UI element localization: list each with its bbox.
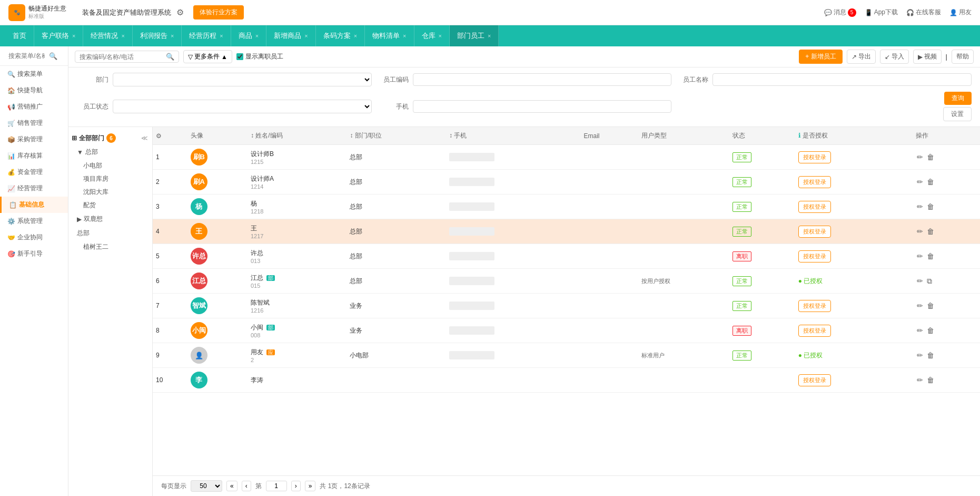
edit-button[interactable]: ✏ xyxy=(916,375,924,385)
nav-tab-product[interactable]: 商品 × xyxy=(231,25,266,46)
show-resigned-checkbox[interactable] xyxy=(236,53,243,60)
sidebar-item-collab[interactable]: 🤝企业协同 xyxy=(0,229,68,246)
app-download-button[interactable]: 📱 App下载 xyxy=(865,8,898,17)
trial-button[interactable]: 体验行业方案 xyxy=(193,5,244,20)
auth-button[interactable]: 授权登录 xyxy=(798,300,831,312)
import-button[interactable]: ↙ 导入 xyxy=(880,50,909,64)
auth-button[interactable]: 授权登录 xyxy=(798,226,831,238)
row-extra xyxy=(896,219,913,244)
delete-button[interactable]: 🗑 xyxy=(926,226,935,237)
next-page-button[interactable]: › xyxy=(291,481,301,491)
auth-button[interactable]: 授权登录 xyxy=(798,151,831,163)
nav-tab-barcode[interactable]: 条码方案 × xyxy=(316,25,365,46)
edit-button[interactable]: ✏ xyxy=(916,325,924,336)
edit-button[interactable]: ✏ xyxy=(916,226,924,237)
export-button[interactable]: ↗ 导出 xyxy=(847,50,876,64)
edit-button[interactable]: ✏ xyxy=(916,177,924,187)
auth-button[interactable]: 授权登录 xyxy=(798,201,831,213)
auth-button[interactable]: 授权登录 xyxy=(798,374,831,386)
add-employee-button[interactable]: + 新增员工 xyxy=(799,50,842,64)
edit-button[interactable]: ✏ xyxy=(916,350,924,361)
first-page-button[interactable]: « xyxy=(226,481,237,491)
nav-tab-bom[interactable]: 物料清单 × xyxy=(365,25,414,46)
copy-button[interactable]: ⧉ xyxy=(926,276,933,287)
sidebar-item-operation[interactable]: 📈经营管理 xyxy=(0,180,68,197)
dept-item-xiaodian[interactable]: 小电部 xyxy=(68,159,152,172)
sidebar-item-inventory[interactable]: 📊库存核算 xyxy=(0,148,68,164)
user-button[interactable]: 👤 用友 xyxy=(949,8,972,17)
sidebar-item-finance[interactable]: 💰资金管理 xyxy=(0,164,68,180)
row-name: 杨1218 xyxy=(248,194,347,219)
nav-tab-warehouse[interactable]: 仓库 × xyxy=(414,25,450,46)
row-usertype xyxy=(638,219,730,244)
edit-button[interactable]: ✏ xyxy=(916,201,924,212)
prev-page-button[interactable]: ‹ xyxy=(242,481,251,491)
sidebar-item-purchase[interactable]: 📦采购管理 xyxy=(0,131,68,148)
dept-collapse-button[interactable]: ≪ xyxy=(141,134,148,142)
nav-tab-profit[interactable]: 利润报告 × xyxy=(133,25,182,46)
avatar: 刷B xyxy=(191,149,207,166)
dept-item-zongbu[interactable]: ▼ 总部 xyxy=(68,145,152,159)
per-page-select[interactable]: 50 xyxy=(191,480,222,492)
query-button[interactable]: 查询 xyxy=(944,92,972,105)
empname-input[interactable] xyxy=(712,73,972,86)
view-button[interactable]: ▶ 视频 xyxy=(913,50,942,64)
edit-button[interactable]: ✏ xyxy=(916,276,924,286)
delete-button[interactable]: 🗑 xyxy=(926,325,935,336)
logo-icon: 🐾 xyxy=(8,4,25,21)
empcode-input[interactable] xyxy=(413,73,672,86)
edit-button[interactable]: ✏ xyxy=(916,251,924,261)
dept-item-zongbu2[interactable]: 总部 xyxy=(68,226,152,240)
sidebar-item-basic[interactable]: 📋基础信息 xyxy=(0,197,68,213)
message-button[interactable]: 💬 消息 5 xyxy=(824,8,856,17)
more-filter-button[interactable]: ▽ 更多条件 ▲ xyxy=(183,50,232,63)
delete-button[interactable]: 🗑 xyxy=(926,201,935,212)
search-input[interactable] xyxy=(80,53,164,61)
last-page-button[interactable]: » xyxy=(305,481,316,491)
auth-button[interactable]: 授权登录 xyxy=(798,176,831,188)
auth-button[interactable]: 授权登录 xyxy=(798,325,831,337)
nav-tab-business[interactable]: 经营情况 × xyxy=(83,25,132,46)
page-number-input[interactable] xyxy=(266,481,287,491)
dept-item-zhishu[interactable]: 植树王二 xyxy=(68,240,152,254)
delete-button[interactable]: 🗑 xyxy=(926,300,935,311)
sidebar-search-input[interactable] xyxy=(4,51,49,61)
help-button[interactable]: 帮助 xyxy=(952,50,974,64)
nav-tab-home[interactable]: 首页 xyxy=(5,25,34,46)
dept-item-shuanglu[interactable]: ▶ 双鹿想 xyxy=(68,212,152,226)
delete-button[interactable]: 🗑 xyxy=(926,375,935,385)
edit-button[interactable]: ✏ xyxy=(916,300,924,311)
row-usertype xyxy=(638,318,730,343)
sidebar-item-marketing[interactable]: 📢营销推广 xyxy=(0,99,68,115)
dept-select[interactable] xyxy=(113,73,372,86)
dept-item-project[interactable]: 项目库房 xyxy=(68,172,152,186)
nav-tab-employee[interactable]: 部门员工 × xyxy=(450,25,499,46)
status-select[interactable] xyxy=(113,100,372,113)
phone-input[interactable] xyxy=(413,100,672,113)
delete-button[interactable]: 🗑 xyxy=(926,251,935,261)
nav-tab-new-product[interactable]: 新增商品 × xyxy=(266,25,315,46)
delete-button[interactable]: 🗑 xyxy=(926,177,935,187)
dept-header: ⊞ 全部部门 6 ≪ xyxy=(68,131,152,145)
sidebar-item-system[interactable]: ⚙️系统管理 xyxy=(0,213,68,229)
dept-item-peihuo[interactable]: 配货 xyxy=(68,199,152,212)
nav-tab-process[interactable]: 经营历程 × xyxy=(182,25,231,46)
sidebar-item-quicknav[interactable]: 🏠快捷导航 xyxy=(0,82,68,99)
dept-item-shenyang[interactable]: 沈阳大库 xyxy=(68,186,152,199)
reset-button[interactable]: 设置 xyxy=(943,107,972,121)
auth-button[interactable]: 授权登录 xyxy=(798,250,831,262)
sidebar-item-guide[interactable]: 🎯新手引导 xyxy=(0,246,68,262)
settings-icon[interactable]: ⚙ xyxy=(156,132,162,140)
show-resigned-label[interactable]: 显示离职员工 xyxy=(236,52,283,61)
online-service-button[interactable]: 🎧 在线客服 xyxy=(906,8,941,17)
delete-button[interactable]: 🗑 xyxy=(926,350,935,361)
toolbar: 🔍 ▽ 更多条件 ▲ 显示离职员工 + 新增员工 ↗ 导出 ↙ 导入 xyxy=(68,46,980,67)
nav-tab-customer[interactable]: 客户联络 × xyxy=(34,25,83,46)
gear-button[interactable]: ⚙ xyxy=(174,5,186,20)
divider: | xyxy=(946,53,947,61)
row-usertype xyxy=(638,294,730,318)
delete-button[interactable]: 🗑 xyxy=(926,152,935,162)
sidebar-item-sales[interactable]: 🛒销售管理 xyxy=(0,115,68,131)
edit-button[interactable]: ✏ xyxy=(916,152,924,162)
sidebar-item-search[interactable]: 🔍搜索菜单 xyxy=(0,66,68,82)
